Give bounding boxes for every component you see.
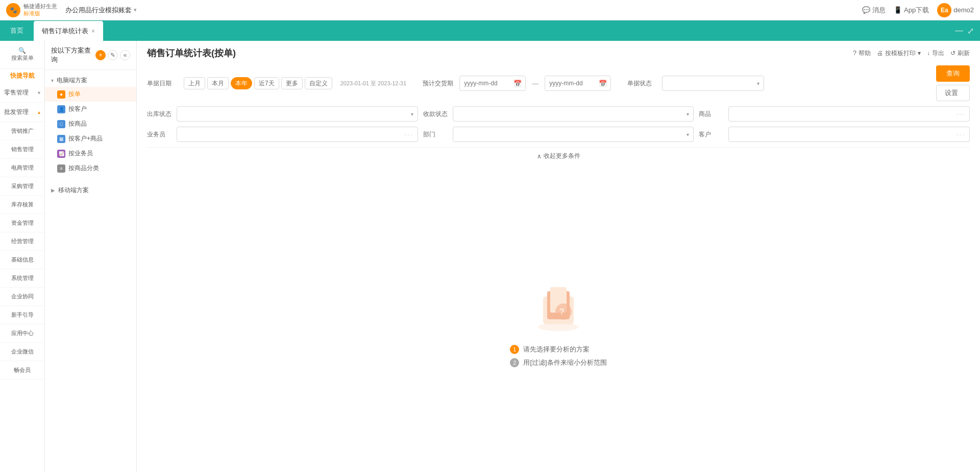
scheme-collapse-button[interactable]: « xyxy=(120,50,130,60)
help-button[interactable]: ? 帮助 xyxy=(853,49,871,58)
scheme-panel: 按以下方案查询 + ✎ « ▾ 电脑端方案 ● 按单 👤 按 xyxy=(45,41,137,472)
scheme-item-by-customer[interactable]: 👤 按客户 xyxy=(45,102,136,116)
quick-date-this-year[interactable]: 本年 xyxy=(231,77,252,89)
sidebar-item-marketing[interactable]: 营销推广 xyxy=(0,122,44,140)
collapse-bar[interactable]: ∧ 收起更多条件 xyxy=(147,147,970,164)
message-button[interactable]: 💬 消息 xyxy=(862,6,886,15)
scheme-section-desktop-header[interactable]: ▾ 电脑端方案 xyxy=(45,74,136,87)
avatar: Ea xyxy=(937,3,951,17)
sidebar-item-ecommerce[interactable]: 电商管理 xyxy=(0,159,44,177)
out-status-field: 出库状态 ▾ xyxy=(147,106,418,122)
receipt-status-select[interactable]: ▾ xyxy=(453,106,694,122)
scheme-edit-button[interactable]: ✎ xyxy=(108,50,118,60)
app-download-button[interactable]: 📱 App下载 xyxy=(894,6,929,15)
export-button[interactable]: ↓ 导出 xyxy=(927,49,944,58)
filter-area: 销售订单统计表(按单) ? 帮助 🖨 按模板打印 ▾ ↓ xyxy=(137,41,980,171)
filter-row-2: 出库状态 ▾ 收款状态 ▾ xyxy=(147,106,970,122)
scheme-item-by-salesman[interactable]: 📈 按业务员 xyxy=(45,146,136,161)
select-arrow-icon: ▾ xyxy=(411,111,413,117)
calendar-icon-2: 📅 xyxy=(599,80,607,87)
search-menu-button[interactable]: 🔍 搜索菜单 xyxy=(4,45,40,64)
tab-minimize-icon[interactable]: — xyxy=(955,26,963,35)
tab-close-icon[interactable]: × xyxy=(91,28,95,35)
receipt-status-field: 收款状态 ▾ xyxy=(423,106,694,122)
page-actions: ? 帮助 🖨 按模板打印 ▾ ↓ 导出 ↺ xyxy=(853,49,970,58)
sidebar-item-inventory[interactable]: 库存核算 xyxy=(0,196,44,214)
sidebar: 🔍 搜索菜单 快捷导航 零售管理 ▾ 批发管理 ▴ 营销推广 销售管理 电商管理… xyxy=(0,41,45,472)
quick-date-last-month[interactable]: 上月 xyxy=(184,77,205,89)
quick-date-this-month[interactable]: 本月 xyxy=(207,77,229,89)
ellipsis-icon: ··· xyxy=(956,110,965,118)
scheme-section-mobile: ▶ 移动端方案 xyxy=(45,180,136,201)
sidebar-item-basic-info[interactable]: 基础信息 xyxy=(0,251,44,269)
settings-button[interactable]: 设置 xyxy=(936,85,970,101)
scheme-panel-header: 按以下方案查询 + ✎ « xyxy=(45,41,136,70)
scheme-section-mobile-header[interactable]: ▶ 移动端方案 xyxy=(45,184,136,197)
customer-field: 客户 ··· xyxy=(699,127,970,142)
scheme-item-by-customer-goods[interactable]: ▦ 按客户+商品 xyxy=(45,131,136,146)
sidebar-item-guide[interactable]: 新手引导 xyxy=(0,306,44,324)
tab-expand-icon[interactable]: ⤢ xyxy=(967,26,974,36)
goods-input[interactable]: ··· xyxy=(728,106,970,122)
quick-date-7days[interactable]: 近7天 xyxy=(254,77,279,89)
calendar-icon: 📅 xyxy=(513,80,522,87)
content-area: 按以下方案查询 + ✎ « ▾ 电脑端方案 ● 按单 👤 按 xyxy=(45,41,980,472)
user-menu[interactable]: Ea demo2 xyxy=(937,3,974,17)
scheme-item-by-order[interactable]: ● 按单 xyxy=(45,87,136,102)
scheme-item-by-category[interactable]: ≡ 按商品分类 xyxy=(45,161,136,176)
tab-home[interactable]: 首页 xyxy=(0,20,34,41)
main-layout: 🔍 搜索菜单 快捷导航 零售管理 ▾ 批发管理 ▴ 营销推广 销售管理 电商管理… xyxy=(0,41,980,472)
breadcrumb-arrow-icon: ▾ xyxy=(134,7,137,13)
quick-date-more[interactable]: 更多 xyxy=(281,77,303,89)
top-right-actions: 💬 消息 📱 App下载 Ea demo2 xyxy=(862,3,974,17)
scheme-item-icon: ≡ xyxy=(57,164,65,173)
sidebar-item-app-center[interactable]: 应用中心 xyxy=(0,324,44,343)
refresh-button[interactable]: ↺ 刷新 xyxy=(950,49,970,58)
breadcrumb: 办公用品行业模拟账套 ▾ xyxy=(61,6,858,15)
salesman-input[interactable]: ··· xyxy=(177,127,418,142)
sidebar-quick-nav[interactable]: 快捷导航 xyxy=(0,68,44,83)
chevron-right-icon: ▶ xyxy=(51,187,55,193)
scheme-section-desktop: ▾ 电脑端方案 ● 按单 👤 按客户 □ 按商品 ▦ 按客户+商品 xyxy=(45,70,136,180)
scheme-item-icon: ▦ xyxy=(57,135,65,143)
sidebar-item-retail[interactable]: 零售管理 ▾ xyxy=(0,83,44,103)
right-content: 销售订单统计表(按单) ? 帮助 🖨 按模板打印 ▾ ↓ xyxy=(137,41,980,472)
query-button[interactable]: 查询 xyxy=(936,65,970,82)
help-icon: ? xyxy=(853,50,856,57)
page-title-row: 销售订单统计表(按单) ? 帮助 🖨 按模板打印 ▾ ↓ xyxy=(147,47,970,59)
sidebar-item-enterprise-collab[interactable]: 企业协同 xyxy=(0,288,44,306)
scheme-item-by-goods[interactable]: □ 按商品 xyxy=(45,116,136,131)
sidebar-item-member[interactable]: 畅会员 xyxy=(0,361,44,380)
filter-row-1: 单据日期 上月 本月 本年 近7天 xyxy=(147,65,970,101)
sidebar-item-finance[interactable]: 资金管理 xyxy=(0,214,44,232)
sidebar-item-wholesale[interactable]: 批发管理 ▴ xyxy=(0,103,44,122)
ellipsis-icon: ··· xyxy=(404,130,413,138)
scheme-panel-actions: + ✎ « xyxy=(95,50,130,60)
quick-date-buttons: 上月 本月 本年 近7天 更多 xyxy=(184,77,332,89)
dept-select[interactable]: ▾ xyxy=(453,127,694,142)
top-bar: 🐾 畅捷通好生意 标准版 办公用品行业模拟账套 ▾ 💬 消息 📱 App下载 E… xyxy=(0,0,980,20)
logo-icon: 🐾 xyxy=(6,3,20,17)
out-status-select[interactable]: ▾ xyxy=(177,106,418,122)
scheme-add-button[interactable]: + xyxy=(95,50,106,60)
search-icon: 🔍 xyxy=(4,47,40,54)
goods-field: 商品 ··· xyxy=(699,106,970,122)
filter-rows-wrapper: 单据日期 上月 本月 本年 近7天 xyxy=(147,65,970,142)
scheme-item-icon: 👤 xyxy=(57,105,65,113)
bill-status-select[interactable]: ▾ xyxy=(662,76,764,91)
sidebar-item-wechat[interactable]: 企业微信 xyxy=(0,343,44,361)
print-button[interactable]: 🖨 按模板打印 ▾ xyxy=(877,49,921,58)
tab-active[interactable]: 销售订单统计表 × xyxy=(34,21,103,41)
svg-text:?: ? xyxy=(559,308,564,316)
sidebar-item-sales[interactable]: 销售管理 xyxy=(0,140,44,159)
tab-bar: 首页 销售订单统计表 × — ⤢ xyxy=(0,20,980,41)
sidebar-item-purchase[interactable]: 采购管理 xyxy=(0,177,44,196)
print-icon: 🖨 xyxy=(877,50,883,57)
customer-input[interactable]: ··· xyxy=(728,127,970,142)
quick-date-custom[interactable]: 自定义 xyxy=(305,77,332,89)
export-icon: ↓ xyxy=(927,50,930,57)
logo-text: 畅捷通好生意 标准版 xyxy=(23,3,57,16)
sidebar-item-operations[interactable]: 经营管理 xyxy=(0,232,44,251)
scheme-item-icon: ● xyxy=(57,90,65,99)
sidebar-item-system[interactable]: 系统管理 xyxy=(0,269,44,288)
